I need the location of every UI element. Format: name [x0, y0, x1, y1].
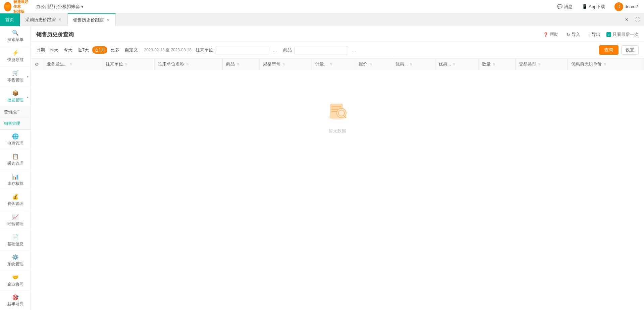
sidebar-item-marketing-label: 营销推广	[4, 109, 20, 115]
message-icon: 💬	[557, 4, 562, 9]
sidebar-item-search[interactable]: 🔍 搜索菜单	[0, 26, 31, 46]
sidebar-item-system[interactable]: ⚙️ 系统管理	[0, 251, 31, 271]
shortcut-today[interactable]: 今天	[62, 46, 74, 54]
sidebar-item-retail-label: 零售管理	[7, 77, 23, 83]
retail-icon: 🛒	[12, 70, 19, 76]
col-price[interactable]: 报价 ⇅	[355, 58, 392, 70]
sort-spec-icon: ⇅	[282, 62, 285, 66]
col-biz-date[interactable]: 业务发生... ⇅	[43, 58, 102, 70]
finance-icon: 💰	[12, 194, 19, 200]
company-selector[interactable]: 办公用品行业模拟账套 ▾	[34, 2, 86, 11]
tab-sales-history[interactable]: 销售历史价跟踪 ✕	[68, 13, 116, 26]
sidebar-item-operations-label: 经营管理	[7, 221, 23, 227]
tab-purchase-history-close[interactable]: ✕	[58, 17, 62, 22]
sidebar-item-marketing[interactable]: 营销推广	[0, 107, 31, 118]
tab-expand-btn[interactable]: ⛶	[633, 16, 641, 24]
retail-expand-icon: ▾	[27, 74, 29, 78]
sidebar-item-basic-info[interactable]: 📄 基础信息	[0, 230, 31, 251]
help-icon: ❓	[543, 32, 548, 37]
sidebar-item-ecommerce[interactable]: 🌐 电商管理	[0, 130, 31, 150]
partner-input-group: ...	[216, 46, 279, 54]
tab-purchase-history[interactable]: 采购历史价跟踪 ✕	[20, 13, 68, 26]
checkbox-checked-icon: ✓	[606, 32, 611, 37]
partner-dots-btn[interactable]: ...	[271, 47, 279, 53]
date-filter-row: 日期 昨天 今天 近7天 近1月 更多 自定义 2023-02-18 至 202…	[36, 46, 192, 54]
tab-home[interactable]: 首页	[0, 13, 20, 26]
sort-partner-name-icon: ⇅	[186, 62, 189, 66]
quick-nav-icon: ⚡	[12, 50, 19, 56]
ecommerce-icon: 🌐	[12, 133, 19, 140]
goods-dots-btn[interactable]: ...	[350, 47, 358, 53]
col-tax-free-price[interactable]: 优惠前无税单价 ⇅	[568, 58, 644, 70]
goods-input-group: ...	[294, 46, 358, 54]
import-icon: ↻	[567, 32, 570, 37]
filter-actions: 查询 设置	[599, 45, 639, 55]
shortcut-custom[interactable]: 自定义	[123, 46, 140, 54]
page-title: 销售历史价查询	[36, 31, 74, 38]
main-content: 销售历史价查询 ❓ 帮助 ↻ 导入 ↓ 导出 ✓ 只看最后一次	[31, 26, 644, 310]
shortcut-last7days[interactable]: 近7天	[76, 46, 91, 54]
sort-qty-icon: ⇅	[493, 62, 495, 66]
tab-home-label: 首页	[5, 17, 14, 23]
user-menu[interactable]: D demo2	[612, 1, 640, 12]
sidebar-item-operations[interactable]: 📈 经营管理	[0, 210, 31, 230]
sidebar-item-purchase-label: 采购管理	[7, 161, 23, 166]
data-table: ⚙ 业务发生... ⇅ 往来单位 ⇅ 往来单位名称 ⇅	[31, 58, 644, 70]
message-btn[interactable]: 💬 消息	[555, 2, 575, 11]
col-partner-name[interactable]: 往来单位名称 ⇅	[154, 58, 222, 70]
shortcut-last1month[interactable]: 近1月	[92, 46, 107, 54]
tab-bar: 首页 采购历史价跟踪 ✕ 销售历史价跟踪 ✕ ✕ ⛶	[0, 13, 644, 26]
sidebar-item-inventory[interactable]: 📊 库存核算	[0, 170, 31, 190]
sidebar-item-guide[interactable]: 🎯 新手引导	[0, 291, 31, 310]
col-qty[interactable]: 数量 ⇅	[479, 58, 515, 70]
sort-unit-icon: ⇅	[330, 62, 332, 66]
shortcut-yesterday[interactable]: 昨天	[48, 46, 60, 54]
sidebar-item-quick-nav[interactable]: ⚡ 快捷导航	[0, 46, 31, 66]
col-partner-code[interactable]: 往来单位 ⇅	[102, 58, 154, 70]
help-btn[interactable]: ❓ 帮助	[541, 30, 560, 39]
sidebar-item-enterprise[interactable]: 🤝 企业协同	[0, 271, 31, 291]
sort-goods-icon: ⇅	[237, 62, 239, 66]
sidebar-item-sales-mgmt-label: 销售管理	[4, 121, 20, 126]
col-discount1[interactable]: 优惠... ⇅	[392, 58, 435, 70]
col-settings[interactable]: ⚙	[31, 58, 43, 70]
sidebar-item-wholesale-label: 批发管理	[7, 97, 23, 103]
partner-input[interactable]	[216, 46, 269, 54]
avatar: D	[614, 2, 623, 11]
col-discount2[interactable]: 优惠... ⇅	[435, 58, 478, 70]
col-trade-type[interactable]: 交易类型 ⇅	[515, 58, 568, 70]
tab-sales-history-close[interactable]: ✕	[106, 17, 110, 23]
tab-close-all-btn[interactable]: ✕	[623, 16, 631, 24]
sidebar-item-finance[interactable]: 💰 资金管理	[0, 190, 31, 210]
search-icon: 🔍	[12, 30, 19, 36]
only-latest-checkbox[interactable]: ✓ 只看最后一次	[606, 32, 639, 38]
settings-btn[interactable]: 设置	[621, 45, 639, 55]
import-btn[interactable]: ↻ 导入	[565, 30, 582, 39]
chevron-down-icon: ▾	[81, 4, 84, 9]
col-unit[interactable]: 计量... ⇅	[312, 58, 355, 70]
sidebar-item-basic-info-label: 基础信息	[7, 241, 23, 247]
goods-input[interactable]	[294, 46, 348, 54]
table-header-row: ⚙ 业务发生... ⇅ 往来单位 ⇅ 往来单位名称 ⇅	[31, 58, 644, 70]
empty-state: 暂无数据	[31, 70, 644, 161]
shortcut-more[interactable]: 更多	[109, 46, 121, 54]
partner-label: 往来单位	[196, 47, 213, 53]
sidebar-item-purchase[interactable]: 📋 采购管理	[0, 150, 31, 170]
app-download-btn[interactable]: 📱 App下载	[580, 2, 607, 11]
export-btn[interactable]: ↓ 导出	[586, 30, 603, 39]
tab-bar-right: ✕ ⛶	[623, 16, 644, 24]
query-btn[interactable]: 查询	[599, 45, 619, 55]
top-header: 🧡 畅捷通好生意 标准版 办公用品行业模拟账套 ▾ 💬 消息 📱 App下载 D…	[0, 0, 644, 13]
sort-discount1-icon: ⇅	[410, 62, 412, 66]
wholesale-sub-menu: 营销推广 销售管理	[0, 107, 31, 130]
col-goods[interactable]: 商品 ⇅	[223, 58, 259, 70]
sidebar-item-retail[interactable]: 🛒 零售管理 ▾	[0, 66, 31, 87]
date-label: 日期	[36, 47, 45, 53]
operations-icon: 📈	[12, 214, 19, 220]
svg-rect-3	[331, 109, 338, 110]
guide-icon: 🎯	[12, 294, 19, 301]
col-spec[interactable]: 规格型号 ⇅	[259, 58, 312, 70]
sidebar-item-wholesale[interactable]: 📦 批发管理 ▴	[0, 87, 31, 107]
tab-sales-history-label: 销售历史价跟踪	[73, 17, 104, 23]
sidebar-item-sales-mgmt[interactable]: 销售管理	[0, 118, 31, 130]
